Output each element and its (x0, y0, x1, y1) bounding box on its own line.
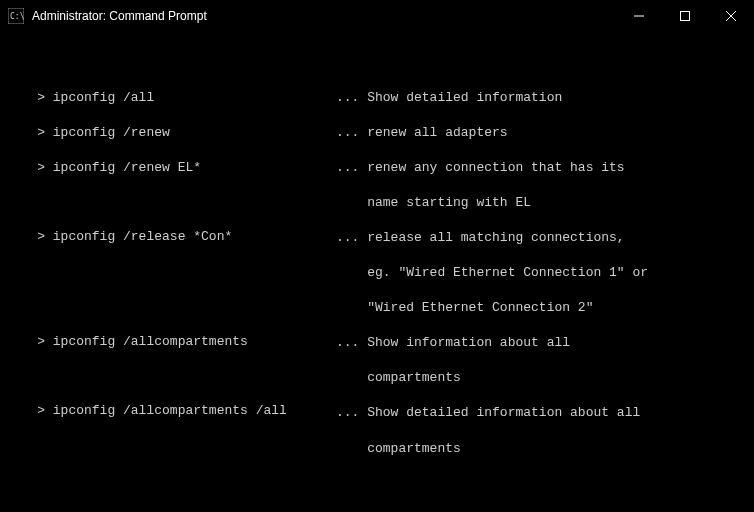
example-desc: ... renew all adapters (336, 124, 748, 142)
terminal-content[interactable]: > ipconfig /all > ipconfig /renew > ipco… (0, 32, 754, 512)
example-cmd: > ipconfig /renew EL* (6, 159, 336, 177)
example-desc: name starting with EL (336, 194, 748, 212)
example-cmd (6, 298, 336, 315)
example-desc: compartments (336, 369, 748, 387)
example-cmd (6, 194, 336, 211)
example-desc: ... renew any connection that has its (336, 159, 748, 177)
example-desc: ... Show information about all (336, 334, 748, 352)
ipconfig-examples: > ipconfig /all > ipconfig /renew > ipco… (6, 71, 748, 492)
window-title: Administrator: Command Prompt (32, 9, 616, 23)
example-cmd: > ipconfig /all (6, 89, 336, 107)
close-button[interactable] (708, 0, 754, 31)
example-cmd: > ipconfig /renew (6, 124, 336, 142)
example-desc: ... Show detailed information about all (336, 404, 748, 422)
example-desc: eg. "Wired Ethernet Connection 1" or (336, 264, 748, 282)
window-controls (616, 0, 754, 31)
titlebar: C:\ Administrator: Command Prompt (0, 0, 754, 32)
example-desc: compartments (336, 440, 748, 458)
svg-text:C:\: C:\ (10, 12, 24, 21)
example-desc: ... release all matching connections, (336, 229, 748, 247)
example-cmd (6, 437, 336, 454)
cmd-icon: C:\ (8, 8, 24, 24)
maximize-button[interactable] (662, 0, 708, 31)
example-desc: ... Show detailed information (336, 89, 748, 107)
example-cmd: > ipconfig /release *Con* (6, 228, 336, 246)
example-cmd (6, 264, 336, 281)
minimize-button[interactable] (616, 0, 662, 31)
example-desc: "Wired Ethernet Connection 2" (336, 299, 748, 317)
svg-rect-3 (681, 11, 690, 20)
example-cmd: > ipconfig /allcompartments /all (6, 402, 336, 420)
example-cmd: > ipconfig /allcompartments (6, 333, 336, 351)
example-cmd (6, 368, 336, 385)
